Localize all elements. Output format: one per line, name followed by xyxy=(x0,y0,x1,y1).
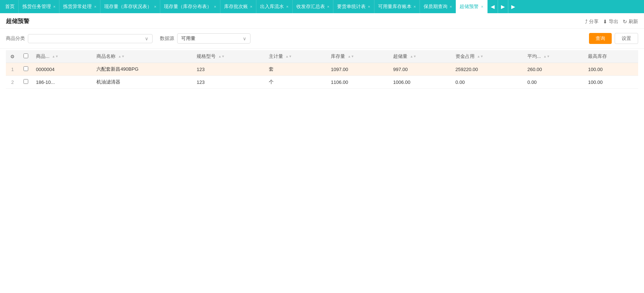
th-stock[interactable]: 库存量 ▲▼ xyxy=(327,50,389,63)
sort-icon-unit[interactable]: ▲▼ xyxy=(285,55,292,58)
th-stock-label: 库存量 xyxy=(331,53,345,59)
nav-abnormal-close[interactable]: × xyxy=(94,4,96,9)
page-content: 超储预警 ⤴ 分享 ⬇ 导出 ↻ 刷新 商品分类 ∨ 数据源 xyxy=(0,13,644,293)
nav-inventory-dist[interactable]: 现存量（库存分布表） × xyxy=(160,0,220,13)
cell-max-stock-1: 100.00 xyxy=(584,63,638,76)
nav-prev-arrow[interactable]: ◀ xyxy=(487,0,498,13)
category-label: 商品分类 xyxy=(6,35,25,42)
cell-product-name-2: 机油滤清器 xyxy=(93,76,193,89)
header-actions: ⤴ 分享 ⬇ 导出 ↻ 刷新 xyxy=(585,18,638,25)
datasource-label: 数据源 xyxy=(160,35,174,42)
nav-inout-flow-close[interactable]: × xyxy=(286,4,288,9)
share-icon: ⤴ xyxy=(585,19,588,25)
data-table: ⚙ 商品... ▲▼ 商品名称 ▲▼ 规格型号 ▲▼ xyxy=(6,50,638,89)
nav-inout-flow[interactable]: 出入库流水 × xyxy=(256,0,292,13)
th-product-code[interactable]: 商品... ▲▼ xyxy=(32,50,93,63)
nav-home-label: 首页 xyxy=(5,3,15,10)
cell-unit-2: 个 xyxy=(265,76,328,89)
cell-capital-2: 0.00 xyxy=(452,76,524,89)
export-button[interactable]: ⬇ 导出 xyxy=(603,18,618,25)
th-gear[interactable]: ⚙ xyxy=(6,50,19,63)
nav-inventory-dist-label: 现存量（库存分布表） xyxy=(164,3,212,10)
nav-inventory-status-close[interactable]: × xyxy=(154,4,156,9)
nav-batch-account[interactable]: 库存批次账 × xyxy=(220,0,256,13)
filter-buttons: 查询 设置 xyxy=(589,33,638,44)
gear-icon[interactable]: ⚙ xyxy=(10,54,15,59)
row-select-2[interactable] xyxy=(23,79,28,84)
th-spec[interactable]: 规格型号 ▲▼ xyxy=(193,50,265,63)
datasource-select[interactable]: 可用量 ∨ xyxy=(177,33,250,44)
category-select[interactable]: ∨ xyxy=(28,34,153,43)
cell-max-stock-2: 100.00 xyxy=(584,76,638,89)
nav-abnormal[interactable]: 拣货异常处理 × xyxy=(59,0,100,13)
nav-next-arrow[interactable]: ▶ xyxy=(498,0,508,13)
nav-overstock-warning-close[interactable]: × xyxy=(481,4,483,9)
cell-product-name-1: 六配套新昌490BPG xyxy=(93,63,193,76)
th-checkbox xyxy=(19,50,32,63)
cell-stock-2: 1106.00 xyxy=(327,76,389,89)
row-checkbox-1 xyxy=(19,63,32,76)
sort-icon-product-name[interactable]: ▲▼ xyxy=(118,55,125,58)
th-avg[interactable]: 平均... ▲▼ xyxy=(524,50,584,63)
table-row: 1 0000004 六配套新昌490BPG 123 套 1097.00 997.… xyxy=(6,63,638,76)
sort-icon-stock[interactable]: ▲▼ xyxy=(348,55,354,58)
th-max-stock[interactable]: 最高库存 xyxy=(584,50,638,63)
nav-order-stats-close[interactable]: × xyxy=(368,4,370,9)
nav-inventory-status[interactable]: 现存量（库存状况表） × xyxy=(100,0,160,13)
cell-avg-2: 0.00 xyxy=(524,76,584,89)
nav-overstock-warning[interactable]: 超储预警 × xyxy=(456,0,487,13)
category-filter: 商品分类 ∨ xyxy=(6,34,153,43)
sort-icon-spec[interactable]: ▲▼ xyxy=(218,55,225,58)
filter-bar: 商品分类 ∨ 数据源 可用量 ∨ 查询 设置 xyxy=(0,29,644,49)
th-overstock[interactable]: 超储量 ▲▼ xyxy=(389,50,452,63)
export-icon: ⬇ xyxy=(603,19,607,25)
sort-icon-product-code[interactable]: ▲▼ xyxy=(52,55,58,58)
nav-inventory-dist-close[interactable]: × xyxy=(214,4,216,9)
datasource-value: 可用量 xyxy=(181,35,195,42)
row-checkbox-2 xyxy=(19,76,32,89)
nav-receive-summary-close[interactable]: × xyxy=(327,4,329,9)
nav-inventory-status-label: 现存量（库存状况表） xyxy=(104,3,152,10)
refresh-button[interactable]: ↻ 刷新 xyxy=(623,18,638,25)
nav-available-account[interactable]: 可用量库存账本 × xyxy=(374,0,420,13)
nav-order-stats[interactable]: 要货单统计表 × xyxy=(333,0,374,13)
share-button[interactable]: ⤴ 分享 xyxy=(585,18,599,25)
nav-batch-account-close[interactable]: × xyxy=(250,4,252,9)
sort-icon-overstock[interactable]: ▲▼ xyxy=(410,55,417,58)
row-select-1[interactable] xyxy=(23,66,28,71)
th-spec-label: 规格型号 xyxy=(197,53,216,59)
nav-quality-check[interactable]: 保质期查询 × xyxy=(420,0,456,13)
sort-icon-capital[interactable]: ▲▼ xyxy=(477,55,483,58)
nav-order-stats-label: 要货单统计表 xyxy=(337,3,366,10)
datasource-filter: 数据源 可用量 ∨ xyxy=(160,33,250,44)
nav-task-mgmt[interactable]: 拣货任务管理 × xyxy=(19,0,59,13)
table-header-row: ⚙ 商品... ▲▼ 商品名称 ▲▼ 规格型号 ▲▼ xyxy=(6,50,638,63)
nav-task-mgmt-close[interactable]: × xyxy=(53,4,55,9)
th-product-name[interactable]: 商品名称 ▲▼ xyxy=(93,50,193,63)
cell-spec-1: 123 xyxy=(193,63,265,76)
settings-button[interactable]: 设置 xyxy=(615,33,638,44)
nav-expand-arrow[interactable]: ▶ xyxy=(508,0,518,13)
cell-capital-1: 259220.00 xyxy=(452,63,524,76)
th-capital[interactable]: 资金占用 ▲▼ xyxy=(452,50,524,63)
nav-home[interactable]: 首页 xyxy=(1,0,19,13)
table-row: 2 186-10... 机油滤清器 123 个 1106.00 1006.00 … xyxy=(6,76,638,89)
cell-overstock-2: 1006.00 xyxy=(389,76,452,89)
select-all-checkbox[interactable] xyxy=(23,53,28,58)
cell-product-code-1: 0000004 xyxy=(32,63,93,76)
nav-abnormal-label: 拣货异常处理 xyxy=(63,3,92,10)
sort-icon-avg[interactable]: ▲▼ xyxy=(544,55,550,58)
cell-stock-1: 1097.00 xyxy=(327,63,389,76)
th-unit[interactable]: 主计量 ▲▼ xyxy=(265,50,328,63)
share-label: 分享 xyxy=(589,18,599,25)
th-unit-label: 主计量 xyxy=(269,53,283,59)
table-wrapper: ⚙ 商品... ▲▼ 商品名称 ▲▼ 规格型号 ▲▼ xyxy=(0,50,644,89)
nav-available-account-label: 可用量库存账本 xyxy=(378,3,411,10)
nav-quality-check-close[interactable]: × xyxy=(450,4,452,9)
nav-inout-flow-label: 出入库流水 xyxy=(260,3,284,10)
refresh-icon: ↻ xyxy=(623,19,627,25)
th-max-stock-label: 最高库存 xyxy=(588,53,607,59)
nav-available-account-close[interactable]: × xyxy=(414,4,416,9)
query-button[interactable]: 查询 xyxy=(589,33,612,44)
nav-receive-summary[interactable]: 收发存汇总表 × xyxy=(293,0,333,13)
